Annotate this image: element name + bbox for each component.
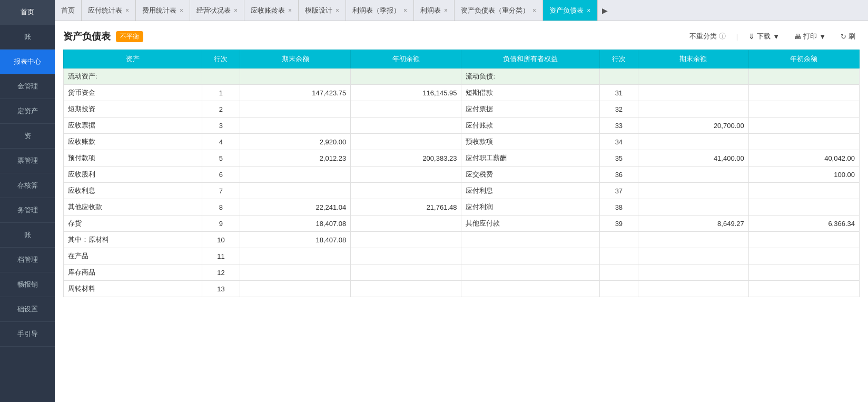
- liab-line: 37: [600, 183, 638, 199]
- asset-end-balance: [240, 68, 351, 85]
- liability-label: [461, 248, 600, 264]
- table-row: 预付款项 5 2,012.23 200,383.23 应付职工薪酬 35 41,…: [64, 150, 860, 166]
- tab-close-profit-quarter[interactable]: ×: [403, 7, 407, 14]
- liability-label: [461, 232, 600, 248]
- asset-line: 3: [202, 117, 240, 134]
- page-title-area: 资产负债表 不平衡: [63, 30, 143, 43]
- sidebar-item-report-center[interactable]: 报表中心: [0, 50, 55, 74]
- liab-end-balance: [638, 248, 748, 264]
- print-icon: 🖶: [794, 33, 801, 41]
- asset-end-balance: 18,407.08: [240, 215, 351, 232]
- asset-line: 11: [202, 248, 240, 264]
- sidebar-item-investment[interactable]: 资: [0, 124, 55, 149]
- liab-year-start: [748, 264, 859, 281]
- tab-home[interactable]: 首页: [55, 0, 82, 21]
- liab-line: [600, 248, 638, 264]
- tab-receivable-age[interactable]: 应收账龄表 ×: [244, 0, 299, 21]
- asset-label: 应收利息: [64, 183, 202, 199]
- sidebar-item-finance[interactable]: 金管理: [0, 74, 55, 99]
- asset-end-balance: 18,407.08: [240, 232, 351, 248]
- divider1: |: [736, 33, 738, 41]
- header-line-num: 行次: [202, 50, 240, 68]
- download-icon: ⇓: [748, 32, 755, 41]
- asset-year-start: [351, 215, 461, 232]
- liability-label: 应付利润: [461, 199, 600, 215]
- asset-end-balance: 2,920.00: [240, 134, 351, 150]
- tab-close-profit[interactable]: ×: [444, 7, 448, 14]
- liability-label: 应付票据: [461, 101, 600, 117]
- tab-payable-stat[interactable]: 应付统计表 ×: [82, 0, 136, 21]
- header-end-balance2: 期末余额: [638, 50, 748, 68]
- asset-line: 6: [202, 166, 240, 183]
- table-row: 应收利息 7 应付利息 37: [64, 183, 860, 199]
- main-area: 首页 应付统计表 × 费用统计表 × 经营状况表 × 应收账龄表 × 模版设计 …: [55, 0, 868, 402]
- tab-expense-stat[interactable]: 费用统计表 ×: [136, 0, 190, 21]
- asset-label: 应收股利: [64, 166, 202, 183]
- asset-year-start: 200,383.23: [351, 150, 461, 166]
- sidebar-item-archive[interactable]: 档管理: [0, 248, 55, 272]
- asset-end-balance: [240, 117, 351, 134]
- sidebar-item-settings[interactable]: 础设置: [0, 297, 55, 322]
- liability-label: 流动负债:: [461, 68, 600, 85]
- header-asset: 资产: [64, 50, 202, 68]
- liab-end-balance: 20,700.00: [638, 117, 748, 134]
- liability-label: 其他应付款: [461, 215, 600, 232]
- liab-end-balance: [638, 166, 748, 183]
- liab-end-balance: [638, 232, 748, 248]
- report-table: 资产 行次 期末余额 年初余额 负债和所有者权益 行次 期末余额 年初余额 流动…: [63, 50, 860, 297]
- tab-close-expense-stat[interactable]: ×: [180, 7, 183, 14]
- liab-end-balance: [638, 68, 748, 85]
- tab-operation[interactable]: 经营状况表 ×: [190, 0, 244, 21]
- tab-profit-quarter[interactable]: 利润表（季报） ×: [346, 0, 414, 21]
- asset-year-start: [351, 232, 461, 248]
- tab-close-template[interactable]: ×: [336, 7, 339, 14]
- tab-bar: 首页 应付统计表 × 费用统计表 × 经营状况表 × 应收账龄表 × 模版设计 …: [55, 0, 868, 21]
- liab-year-start: [748, 199, 859, 215]
- sidebar-item-invoice[interactable]: 票管理: [0, 149, 55, 173]
- sidebar-item-tax[interactable]: 务管理: [0, 198, 55, 223]
- liability-label: [461, 264, 600, 281]
- tab-balance[interactable]: 资产负债表 ×: [543, 0, 597, 21]
- liab-end-balance: 8,649.27: [638, 215, 748, 232]
- sidebar-item-guide[interactable]: 手引导: [0, 322, 55, 347]
- refresh-btn[interactable]: ↻ 刷: [836, 30, 860, 43]
- tab-profit[interactable]: 利润表 ×: [414, 0, 455, 21]
- tab-nav-more[interactable]: ▶: [597, 0, 612, 21]
- tab-close-balance-reclassify[interactable]: ×: [532, 7, 536, 14]
- sidebar-item-fixed-assets[interactable]: 定资产: [0, 99, 55, 124]
- liab-end-balance: [638, 101, 748, 117]
- asset-label: 应收票据: [64, 117, 202, 134]
- liab-year-start: [748, 183, 859, 199]
- asset-line: 9: [202, 215, 240, 232]
- liab-year-start: [748, 101, 859, 117]
- sidebar-item-account[interactable]: 账: [0, 25, 55, 50]
- download-btn[interactable]: ⇓ 下载 ▼: [744, 30, 784, 43]
- liab-line: 31: [600, 85, 638, 101]
- tab-close-receivable-age[interactable]: ×: [288, 7, 292, 14]
- sidebar-item-inventory[interactable]: 存核算: [0, 173, 55, 198]
- liab-end-balance: [638, 199, 748, 215]
- tab-template[interactable]: 模版设计 ×: [299, 0, 346, 21]
- sidebar-item-ledger[interactable]: 账: [0, 223, 55, 248]
- liab-year-start: [748, 117, 859, 134]
- asset-line: 2: [202, 101, 240, 117]
- table-row: 存货 9 18,407.08 其他应付款 39 8,649.27 6,366.3…: [64, 215, 860, 232]
- header-end-balance: 期末余额: [240, 50, 351, 68]
- liability-label: 应付职工薪酬: [461, 150, 600, 166]
- liab-line: 33: [600, 117, 638, 134]
- tab-close-balance[interactable]: ×: [587, 7, 590, 14]
- sidebar-item-home[interactable]: 首页: [0, 0, 55, 25]
- liab-end-balance: [638, 134, 748, 150]
- print-btn[interactable]: 🖶 打印 ▼: [790, 30, 830, 43]
- tab-balance-reclassify[interactable]: 资产负债表（重分类） ×: [455, 0, 543, 21]
- liability-label: 应交税费: [461, 166, 600, 183]
- liab-end-balance: [638, 85, 748, 101]
- refresh-icon: ↻: [841, 33, 846, 41]
- no-reclassify-btn[interactable]: 不重分类 ⓘ: [685, 30, 730, 43]
- sidebar-item-expense[interactable]: 畅报销: [0, 272, 55, 297]
- header-liability-equity: 负债和所有者权益: [461, 50, 600, 68]
- asset-end-balance: 2,012.23: [240, 150, 351, 166]
- tab-close-operation[interactable]: ×: [234, 7, 238, 14]
- asset-label: 货币资金: [64, 85, 202, 101]
- tab-close-payable-stat[interactable]: ×: [125, 7, 129, 14]
